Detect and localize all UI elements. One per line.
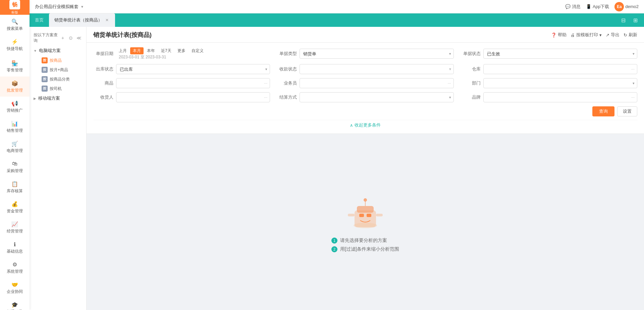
sidebar-item-sales[interactable]: 📊 销售管理 [0, 117, 30, 137]
tree-item-goods-cat[interactable]: 按 按商品分类 [30, 74, 86, 84]
pay-status-input[interactable] [300, 64, 453, 74]
expand-icon: ▼ [34, 49, 37, 53]
date-tab-more[interactable]: 更多 [175, 47, 188, 54]
dept-select[interactable] [483, 78, 637, 88]
doc-status-select[interactable]: 已生效 [483, 49, 637, 59]
sidebar-item-purchase[interactable]: 🛍 采购管理 [0, 157, 30, 177]
out-status-select[interactable]: 已出库 [116, 64, 270, 74]
scheme-icon-cat: 按 [42, 76, 48, 82]
settlement-select[interactable] [300, 92, 453, 102]
logo-icon: 畅 [9, 0, 20, 9]
date-tab-7days[interactable]: 近7天 [158, 47, 174, 54]
salesman-input[interactable] [300, 78, 453, 88]
date-tab-custom[interactable]: 自定义 [189, 47, 206, 54]
sidebar-item-system[interactable]: ⚙ 系统管理 [0, 258, 30, 278]
tree-pc-section[interactable]: ▼ 电脑端方案 [30, 46, 86, 56]
tab-sales-stat[interactable]: 销货单统计表（按商品） ✕ [49, 13, 115, 27]
page-header: 销货单统计表(按商品) ❓ 帮助 🖨 按模板打印 ▾ ↗ [87, 27, 644, 43]
download-icon: 📱 [586, 4, 591, 9]
empty-tip-2: 2 用[过滤]条件来缩小分析范围 [331, 246, 399, 252]
print-chevron-icon: ▾ [599, 33, 602, 38]
collapse-panel-btn[interactable]: ≪ [75, 35, 82, 41]
sidebar-item-basic[interactable]: ℹ 基础信息 [0, 238, 30, 258]
topbar: 办公用品行业模拟账套 ▾ 💬 消息 📱 App下载 Ea demo2 [30, 0, 644, 13]
tab-home[interactable]: 首页 [30, 13, 49, 27]
main-area: 办公用品行业模拟账套 ▾ 💬 消息 📱 App下载 Ea demo2 首页 [30, 0, 644, 310]
topbar-right: 💬 消息 📱 App下载 Ea demo2 [565, 2, 639, 11]
tab-minimize-btn[interactable]: ⊟ [619, 15, 628, 25]
tree-item-month-goods[interactable]: 按 按月+商品 [30, 65, 86, 74]
tree-item-by-goods[interactable]: 按 按商品 [30, 56, 86, 65]
sidebar-item-marketing[interactable]: 📢 营销推广 [0, 97, 30, 117]
svg-rect-4 [367, 214, 371, 217]
sidebar-item-guide[interactable]: 🎓 新手引导 [0, 298, 30, 310]
sidebar-search[interactable]: 🔍 搜索菜单 [0, 15, 30, 35]
dept-control [483, 78, 637, 88]
date-tab-this-year[interactable]: 本年 [144, 47, 158, 54]
tip-num-1: 1 [331, 238, 337, 244]
filter-row-4: 收货人 ··· 结算方式 [93, 92, 637, 102]
date-tab-last-month[interactable]: 上月 [116, 47, 129, 54]
svg-point-6 [364, 198, 367, 202]
warehouse-filter-item: 仓库 ··· [461, 64, 637, 74]
doc-type-label: 单据类型 [277, 51, 297, 57]
pay-status-filter-item: 收款状态 ▾ [277, 64, 453, 74]
date-range-text: 2023-03-01 至 2023-03-31 [119, 55, 166, 59]
tree-item-driver[interactable]: 按 按司机 [30, 84, 86, 93]
export-btn[interactable]: ↗ 导出 [606, 32, 620, 38]
receiver-label: 收货人 [93, 94, 113, 100]
goods-label: 商品 [93, 80, 113, 86]
collapse-up-icon: ∧ [350, 123, 353, 128]
edit-scheme-btn[interactable]: ⊙ [67, 35, 74, 41]
mobile-expand-icon: ▶ [34, 97, 36, 100]
template-print-btn[interactable]: 🖨 按模板打印 ▾ [571, 32, 602, 38]
refresh-btn[interactable]: ↻ 刷新 [624, 32, 637, 38]
warehouse-label: 仓库 [461, 66, 481, 72]
settings-button[interactable]: 设置 [617, 106, 637, 116]
help-btn[interactable]: ❓ 帮助 [551, 32, 567, 38]
receiver-input[interactable] [116, 92, 270, 102]
sidebar-item-collab[interactable]: 🤝 企业协同 [0, 278, 30, 298]
avatar: Ea [614, 2, 624, 11]
date-filter-item: 单据日期 上月 本月 本年 近7天 更多 自定义 2023-03-01 至 20… [93, 47, 270, 60]
tab-maximize-btn[interactable]: ⊞ [631, 15, 640, 25]
salesman-filter-item: 业务员 ··· [277, 78, 453, 88]
goods-input[interactable] [116, 78, 270, 88]
dept-filter-item: 部门 [461, 78, 637, 88]
add-scheme-btn[interactable]: + [59, 35, 66, 41]
message-btn[interactable]: 💬 消息 [565, 4, 581, 10]
doc-type-select[interactable]: 销货单 [300, 49, 453, 59]
filter-row-1: 单据日期 上月 本月 本年 近7天 更多 自定义 2023-03-01 至 20… [93, 47, 637, 60]
brand-label: 品牌 [461, 94, 481, 100]
refresh-icon: ↻ [624, 33, 627, 38]
sidebar-item-management[interactable]: 📈 经营管理 [0, 217, 30, 238]
brand-input[interactable] [483, 92, 637, 102]
user-area[interactable]: Ea demo2 [614, 2, 639, 11]
sidebar-item-wholesale[interactable]: 📦 批发管理 [0, 76, 30, 97]
sidebar-item-finance[interactable]: 💰 资金管理 [0, 197, 30, 217]
sidebar-quick-nav[interactable]: ⚡ 快捷导航 [0, 35, 30, 55]
collapse-more-btn[interactable]: ∧ 收起更多条件 [350, 122, 381, 128]
salesman-control: ··· [300, 78, 453, 88]
scheme-icon-month: 按 [42, 67, 48, 73]
export-icon: ↗ [606, 33, 609, 38]
app-logo[interactable]: 畅 标版 [0, 0, 30, 15]
query-button[interactable]: 查询 [592, 106, 614, 116]
out-status-filter-item: 出库状态 已出库 [93, 64, 270, 74]
doc-type-filter-item: 单据类型 销货单 [277, 47, 453, 60]
date-tab-this-month[interactable]: 本月 [130, 47, 144, 54]
warehouse-input[interactable] [483, 64, 637, 74]
tree-mobile-section[interactable]: ▶ 移动端方案 [30, 93, 86, 103]
scheme-icon-goods: 按 [42, 57, 48, 63]
dept-label: 部门 [461, 80, 481, 86]
sidebar-item-retail[interactable]: 🏪 零售管理 [0, 56, 30, 76]
doc-status-label: 单据状态 [461, 51, 481, 57]
tab-close-btn[interactable]: ✕ [104, 17, 110, 23]
app-download-btn[interactable]: 📱 App下载 [586, 4, 609, 10]
sidebar-item-ecommerce[interactable]: 🛒 电商管理 [0, 137, 30, 157]
svg-rect-1 [355, 210, 376, 227]
svg-rect-3 [359, 214, 364, 217]
help-icon: ❓ [551, 33, 556, 38]
sidebar-item-inventory[interactable]: 📋 库存核算 [0, 177, 30, 197]
goods-filter-item: 商品 ··· [93, 78, 270, 88]
